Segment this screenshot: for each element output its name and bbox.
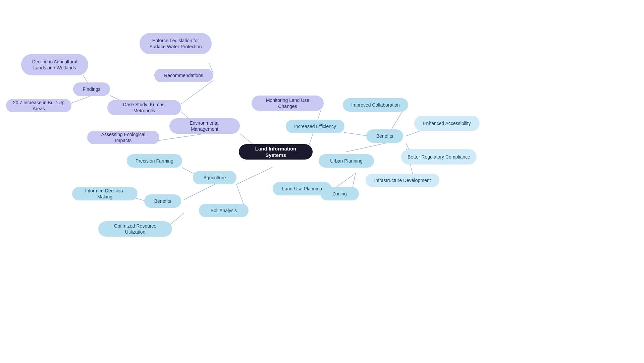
node-zoning[interactable]: Zoning (320, 187, 359, 200)
connections-svg (0, 0, 644, 363)
node-urban[interactable]: Urban Planning (319, 154, 374, 168)
svg-line-17 (344, 132, 369, 136)
node-environmental-management[interactable]: Environmental Management (169, 118, 240, 134)
mindmap-container: Land Information Systems Environmental M… (0, 0, 644, 363)
node-builtup[interactable]: 20.7 Increase in Built-Up Areas (6, 99, 71, 112)
svg-line-3 (236, 167, 272, 184)
node-better-reg[interactable]: Better Regulatory Compliance (401, 149, 477, 165)
node-benefits-right[interactable]: Benefits (366, 129, 403, 143)
node-decline[interactable]: Decline in Agricultural Lands and Wetlan… (21, 54, 88, 75)
node-improved-collab[interactable]: Improved Collaboration (343, 98, 408, 112)
svg-line-2 (346, 143, 387, 152)
node-infra[interactable]: Infrastructure Development (366, 174, 439, 187)
node-informed[interactable]: Informed Decision-Making (72, 187, 138, 200)
node-soil[interactable]: Soil Analysis (199, 204, 249, 217)
node-recommendations[interactable]: Recommendations (154, 69, 213, 82)
svg-line-22 (335, 173, 356, 188)
node-enhanced[interactable]: Enhanced Accessibility (414, 116, 480, 131)
node-assessing[interactable]: Assessing Ecological Impacts (87, 131, 159, 144)
node-center[interactable]: Land Information Systems (239, 144, 313, 160)
node-agri-benefits[interactable]: Benefits (144, 194, 181, 208)
node-increased-efficiency[interactable]: Increased Efficiency (286, 120, 344, 133)
svg-line-6 (157, 134, 205, 141)
node-precision[interactable]: Precision Farming (127, 154, 182, 168)
node-findings[interactable]: Findings (73, 82, 110, 96)
node-enforce[interactable]: Enforce Legislation for Surface Water Pr… (140, 33, 212, 54)
svg-line-14 (184, 184, 215, 200)
node-agriculture[interactable]: Agriculture (193, 171, 236, 184)
node-monitoring[interactable]: Monitoring Land Use Changes (252, 96, 324, 111)
node-case-study[interactable]: Case Study: Kumasi Metropolis (107, 100, 181, 115)
node-optimized[interactable]: Optimized Resource Utilization (98, 221, 172, 237)
svg-line-8 (181, 80, 213, 104)
